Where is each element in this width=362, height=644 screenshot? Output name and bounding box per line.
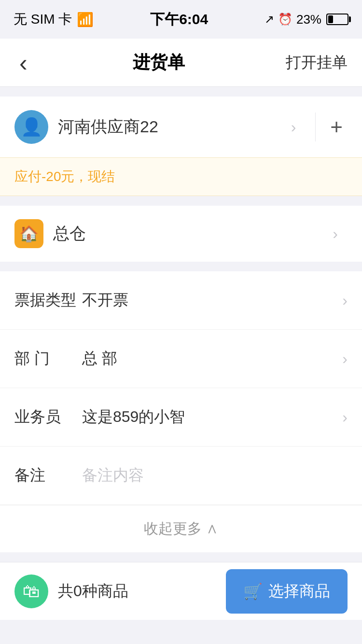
- remark-input[interactable]: 备注内容: [82, 465, 348, 486]
- department-label: 部 门: [14, 348, 82, 369]
- select-goods-label: 选择商品: [268, 581, 330, 602]
- collapse-label: 收起更多 ∧: [144, 519, 218, 539]
- salesperson-label: 业务员: [14, 406, 82, 428]
- salesperson-value: 这是859的小智: [82, 406, 342, 428]
- add-supplier-button[interactable]: +: [325, 115, 348, 139]
- warehouse-icon: 🏠: [19, 224, 39, 243]
- divider: [315, 112, 316, 141]
- alarm-icon: ⏰: [278, 13, 292, 26]
- department-chevron-icon: ›: [342, 350, 348, 368]
- salesperson-row[interactable]: 业务员 这是859的小智 ›: [0, 388, 362, 447]
- location-icon: ↗: [265, 13, 274, 26]
- notice-text: 应付-20元，现结: [14, 169, 115, 184]
- salesperson-chevron-icon: ›: [342, 408, 348, 426]
- warehouse-chevron-icon: ›: [333, 225, 338, 243]
- gap2: [0, 196, 362, 206]
- warehouse-card[interactable]: 🏠 总仓 ›: [0, 206, 362, 262]
- department-row[interactable]: 部 门 总 部 ›: [0, 330, 362, 388]
- supplier-card: 👤 河南供应商22 › + 应付-20元，现结: [0, 97, 362, 196]
- gap3: [0, 262, 362, 271]
- goods-count-label: 共0种商品: [58, 581, 226, 602]
- select-goods-button[interactable]: 🛒 选择商品: [226, 569, 348, 614]
- avatar-icon: 👤: [21, 117, 42, 137]
- back-button[interactable]: ‹: [14, 44, 32, 82]
- avatar: 👤: [14, 110, 48, 144]
- page-background: [0, 620, 362, 644]
- warehouse-row[interactable]: 🏠 总仓 ›: [0, 206, 362, 262]
- chevron-right-icon: ›: [291, 118, 296, 136]
- bottom-bar: 🛍 共0种商品 🛒 选择商品: [0, 562, 362, 620]
- invoice-type-label: 票据类型: [14, 290, 82, 311]
- status-carrier: 无 SIM 卡 📶: [14, 10, 94, 28]
- select-goods-icon: 🛒: [243, 582, 263, 601]
- supplier-row[interactable]: 👤 河南供应商22 › +: [0, 97, 362, 157]
- goods-icon: 🛍: [23, 581, 40, 602]
- department-value: 总 部: [82, 348, 342, 369]
- carrier-text: 无 SIM 卡: [14, 10, 72, 28]
- warehouse-name: 总仓: [53, 223, 333, 245]
- wifi-icon: 📶: [77, 12, 94, 28]
- warehouse-icon-bg: 🏠: [14, 219, 43, 248]
- content-area: 👤 河南供应商22 › + 应付-20元，现结 🏠 总仓 › 票据类型: [0, 87, 362, 644]
- gap1: [0, 87, 362, 97]
- nav-bar: ‹ 进货单 打开挂单: [0, 39, 362, 87]
- status-time: 下午6:04: [150, 10, 208, 29]
- notice-banner: 应付-20元，现结: [0, 157, 362, 196]
- back-icon: ‹: [19, 49, 28, 76]
- remark-label: 备注: [14, 465, 82, 486]
- collapse-row[interactable]: 收起更多 ∧: [0, 505, 362, 552]
- goods-icon-bg: 🛍: [14, 574, 48, 608]
- open-pending-button[interactable]: 打开挂单: [286, 52, 348, 73]
- remark-row[interactable]: 备注 备注内容: [0, 447, 362, 505]
- battery-percent: 23%: [296, 12, 321, 27]
- invoice-type-value: 不开票: [82, 290, 342, 311]
- supplier-name: 河南供应商22: [58, 116, 291, 138]
- status-bar: 无 SIM 卡 📶 下午6:04 ↗ ⏰ 23%: [0, 0, 362, 39]
- status-right: ↗ ⏰ 23%: [265, 12, 348, 27]
- invoice-type-row[interactable]: 票据类型 不开票 ›: [0, 271, 362, 330]
- form-section: 票据类型 不开票 › 部 门 总 部 › 业务员 这是859的小智 ›: [0, 271, 362, 552]
- page-title: 进货单: [133, 51, 185, 74]
- battery-icon: [326, 14, 348, 25]
- invoice-type-chevron-icon: ›: [342, 292, 348, 309]
